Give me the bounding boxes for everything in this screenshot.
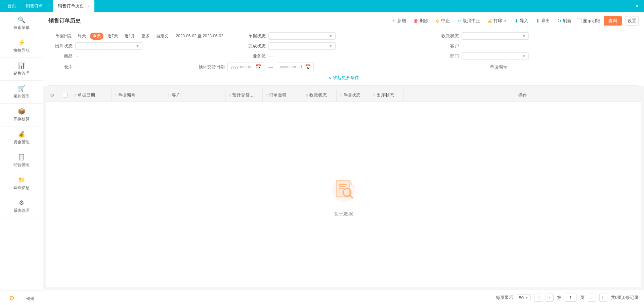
settings-button[interactable]: 设置 (625, 16, 639, 26)
select-all-checkbox[interactable] (63, 93, 68, 98)
delete-button[interactable]: 🗑 删除 (412, 16, 430, 25)
th-customer[interactable]: ⇅ 客户 (165, 89, 226, 102)
prev-page-button[interactable]: ‹ (546, 294, 554, 302)
calendar-from-icon: 📅 (256, 64, 261, 70)
print-button[interactable]: 🖨 打印 ▼ (485, 16, 509, 25)
window-close-icon[interactable]: × (632, 3, 641, 10)
page-size-select[interactable]: 50 ▼ (517, 294, 531, 301)
tab-home[interactable]: 首页 (3, 0, 21, 12)
department-select[interactable]: ▼ (462, 52, 529, 60)
th-amount[interactable]: ⇅ 订单金额 (263, 89, 303, 102)
page-size-value: 50 (519, 295, 524, 300)
th-bill-label: 单据状态 (343, 92, 360, 98)
sidebar-item-quick-nav[interactable]: ⚡ 快捷导航 (0, 35, 43, 58)
th-number[interactable]: ⇅ 单据编号 (112, 89, 165, 102)
print-icon: 🖨 (487, 18, 492, 24)
sidebar-item-fund-mgmt[interactable]: 💰 资金管理 (0, 126, 43, 149)
product-input[interactable]: ··· (75, 53, 80, 59)
tab-sales-order-close[interactable]: × (46, 4, 48, 8)
sidebar-item-search-menu-label: 搜索菜单 (13, 25, 30, 31)
tab-sales-order-history[interactable]: 销售订单历史 × (53, 0, 94, 12)
export-button[interactable]: ⬆ 导出 (534, 16, 552, 25)
customer-input[interactable]: ··· (462, 43, 466, 49)
th-checkbox[interactable] (59, 89, 71, 101)
delivery-date-from-text: yyyy-mm-dd (230, 65, 252, 69)
page-word: 页 (580, 295, 585, 301)
delivery-date-from[interactable]: yyyy-mm-dd 📅 (227, 63, 264, 71)
svg-rect-3 (339, 184, 346, 185)
page-number-input[interactable] (565, 294, 577, 302)
sidebar-collapse-icon[interactable]: ◀◀ (26, 295, 34, 301)
next-page-button[interactable]: › (588, 294, 596, 302)
filter-row-1: 单据日期 昨天 今天 近7天 近1月 更多 自定义 2023-06-02 至 2… (54, 32, 633, 40)
receipt-status-arrow-icon: ▼ (522, 34, 526, 38)
date-dash: — (268, 65, 273, 70)
page-size-arrow-icon: ▼ (525, 296, 528, 300)
filter-row-2: 出库状态 ▼ 完成状态 ▼ 客户 (54, 42, 633, 50)
sidebar-item-basic-info[interactable]: 📁 基础信息 (0, 172, 43, 195)
sidebar-item-business-mgmt[interactable]: 📋 经营管理 (0, 149, 43, 172)
sidebar-item-sales-mgmt[interactable]: 📊 销售管理 (0, 58, 43, 81)
import-icon: ⬇ (514, 18, 518, 24)
delivery-date-to-text: yyyy-mm-dd (280, 65, 302, 69)
query-label: 查询 (608, 18, 617, 24)
th-settings[interactable]: ⚙ (46, 89, 59, 101)
warehouse-input[interactable]: ··· (75, 64, 80, 70)
receipt-status-select[interactable]: ▼ (462, 32, 529, 40)
tab-sales-order[interactable]: 销售订单 × (21, 0, 53, 12)
receipt-status-label: 收款状态 (440, 33, 459, 39)
pagination-bar: 每页显示 50 ▼ 《 ‹ 第 页 › 》 共0页,0条记录 (43, 290, 644, 305)
page-title-bar: 销售订单历史 ＋ 新增 🗑 删除 ⊘ 中止 ↩ (48, 16, 639, 29)
out-status-arrow-icon: ▼ (136, 44, 139, 48)
query-button[interactable]: 查询 (604, 16, 622, 26)
th-delivery[interactable]: ⇅ 预计交货... (226, 89, 263, 102)
first-page-button[interactable]: 《 (534, 294, 542, 302)
th-bill-status[interactable]: ⇅ 单据状态 (337, 89, 370, 102)
cancel-stop-button[interactable]: ↩ 取消中止 (455, 16, 482, 25)
filter-cell-product: 商品 ··· (54, 53, 247, 59)
search-menu-icon: 🔍 (18, 16, 25, 24)
sidebar-item-search-menu[interactable]: 🔍 搜索菜单 (0, 12, 43, 35)
date-badge-today[interactable]: 今天 (90, 33, 103, 40)
business-mgmt-icon: 📋 (18, 153, 25, 161)
import-button[interactable]: ⬇ 导入 (512, 16, 530, 25)
collapse-btn[interactable]: ∧ 收起更多条件 (54, 73, 633, 82)
th-out-status[interactable]: ⇅ 出库状态 (370, 89, 404, 102)
date-label: 单据日期 (54, 33, 73, 39)
th-date[interactable]: ⇅ 单据日期 (71, 89, 112, 102)
date-badge-7days[interactable]: 近7天 (105, 33, 121, 40)
tab-sales-order-history-close[interactable]: × (87, 4, 89, 8)
bill-number-input[interactable] (510, 63, 577, 71)
sidebar-bottom: ⚙ ◀◀ (0, 291, 43, 305)
date-badge-more[interactable]: 更多 (139, 33, 152, 40)
th-out-label: 出库状态 (377, 92, 394, 98)
date-badge-custom[interactable]: 自定义 (154, 33, 171, 40)
salesperson-input[interactable]: ··· (268, 53, 273, 59)
sidebar-item-system-mgmt[interactable]: ⚙ 系统管理 (0, 195, 43, 218)
refresh-button[interactable]: ↻ 刷新 (555, 16, 573, 25)
last-page-button[interactable]: 》 (599, 294, 607, 302)
show-detail-checkbox[interactable] (577, 18, 582, 23)
refresh-label: 刷新 (563, 18, 571, 24)
sidebar-item-purchase-mgmt[interactable]: 🛒 采购管理 (0, 81, 43, 104)
filter-area: 单据日期 昨天 今天 近7天 近1月 更多 自定义 2023-06-02 至 2… (48, 29, 639, 86)
out-status-select[interactable]: ▼ (75, 42, 142, 50)
new-button[interactable]: ＋ 新增 (389, 16, 408, 25)
date-badge-1month[interactable]: 近1月 (122, 33, 138, 40)
th-date-label: 单据日期 (78, 92, 95, 98)
sidebar: 🔍 搜索菜单 ⚡ 快捷导航 📊 销售管理 🛒 采购管理 📦 库存核算 💰 资金管… (0, 12, 43, 305)
complete-status-select[interactable]: ▼ (268, 42, 336, 50)
filter-cell-out-status: 出库状态 ▼ (54, 42, 247, 50)
sidebar-item-inventory-check[interactable]: 📦 库存核算 (0, 104, 43, 126)
sidebar-settings-icon[interactable]: ⚙ (9, 294, 14, 302)
stop-button[interactable]: ⊘ 中止 (434, 16, 452, 25)
date-badge-yesterday[interactable]: 昨天 (75, 33, 89, 40)
bill-status-select[interactable]: ▼ (268, 32, 336, 40)
delivery-date-to[interactable]: yyyy-mm-dd 📅 (277, 63, 314, 71)
th-receipt-status[interactable]: ⇅ 收款状态 (303, 89, 337, 102)
settings-gear-icon: ⚙ (50, 92, 54, 98)
delivery-date-label: 预计交货日期 (199, 64, 225, 70)
th-receipt-sort-icon: ⇅ (306, 93, 308, 97)
page-header: 销售订单历史 ＋ 新增 🗑 删除 ⊘ 中止 ↩ (43, 12, 644, 86)
show-detail-checkbox-group[interactable]: 显示明细 (577, 18, 600, 24)
